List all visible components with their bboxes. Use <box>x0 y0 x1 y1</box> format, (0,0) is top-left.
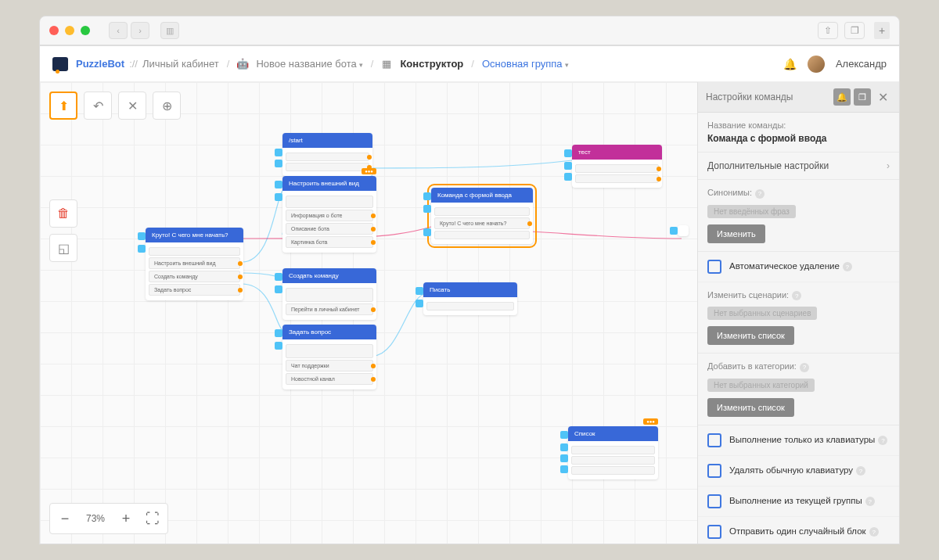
close-window-icon[interactable] <box>49 26 59 35</box>
help-icon[interactable]: ? <box>800 363 809 372</box>
new-tab-button[interactable]: + <box>874 22 890 39</box>
input-port-icon[interactable] <box>275 149 282 156</box>
forward-button[interactable]: › <box>131 22 149 39</box>
checkbox[interactable] <box>707 464 721 478</box>
node-row[interactable] <box>575 164 659 173</box>
input-port-icon[interactable] <box>275 181 282 188</box>
node-row[interactable] <box>286 344 373 358</box>
close-panel-button[interactable]: ✕ <box>874 88 891 106</box>
node-row[interactable] <box>575 174 659 183</box>
input-port-icon[interactable] <box>275 160 282 167</box>
focus-button[interactable]: ◱ <box>49 234 77 262</box>
input-port-icon[interactable] <box>275 273 282 281</box>
node-row[interactable] <box>571 446 655 454</box>
fullscreen-button[interactable]: ⛶ <box>141 507 164 530</box>
check-from-group[interactable]: Выполнение из текущей группы? <box>698 486 899 517</box>
input-port-icon[interactable] <box>560 465 568 473</box>
input-port-icon[interactable] <box>564 162 572 170</box>
input-port-icon[interactable] <box>275 285 282 293</box>
check-auto-delete[interactable]: Автоматическое удаление? <box>698 252 899 282</box>
crumb-group[interactable]: Основная группа▾ <box>482 58 569 70</box>
node-intro[interactable]: Круто! С чего мне начать? Настроить внеш… <box>146 228 243 300</box>
help-icon[interactable]: ? <box>878 436 887 445</box>
node-row[interactable] <box>426 302 514 311</box>
name-value[interactable]: Команда с формой ввода <box>707 133 890 144</box>
delete-button[interactable]: 🗑 <box>49 199 77 228</box>
node-row[interactable]: Картинка бота <box>286 236 373 248</box>
node-row[interactable] <box>286 196 373 208</box>
check-delete-keyboard[interactable]: Удалять обычную клавиатуру? <box>698 456 899 486</box>
back-button[interactable]: ‹ <box>109 22 128 39</box>
node-row[interactable]: Чат поддержки <box>286 360 373 372</box>
tabs-icon[interactable]: ❐ <box>844 22 865 39</box>
add-node-button[interactable]: ⊕ <box>153 92 181 120</box>
node-row[interactable]: Информация о боте <box>286 210 373 221</box>
node-row[interactable] <box>286 288 373 302</box>
input-port-icon[interactable] <box>416 300 423 307</box>
input-port-icon[interactable] <box>670 227 678 235</box>
node-row[interactable]: Настроить внешний вид <box>149 257 240 269</box>
node-test[interactable]: тест <box>572 145 662 188</box>
canvas[interactable]: ⬆ ↶ ✕ ⊕ 🗑 ◱ − 73% + ⛶ <box>40 82 697 544</box>
help-icon[interactable]: ? <box>843 262 852 271</box>
copy-icon[interactable]: ❐ <box>854 88 871 106</box>
checkbox[interactable] <box>707 494 721 508</box>
help-icon[interactable]: ? <box>792 291 801 300</box>
checkbox[interactable] <box>707 525 721 539</box>
help-icon[interactable]: ? <box>856 466 865 476</box>
input-port-icon[interactable] <box>138 232 146 240</box>
input-port-icon[interactable] <box>275 329 282 337</box>
sidebar-toggle-icon[interactable]: ▥ <box>160 22 179 39</box>
edit-categories-button[interactable]: Изменить список <box>707 398 794 417</box>
input-port-icon[interactable] <box>560 454 568 462</box>
input-port-icon[interactable] <box>564 173 572 181</box>
input-port-icon[interactable] <box>416 287 423 295</box>
help-icon[interactable]: ? <box>865 497 875 506</box>
crumb-botname[interactable]: Новое название бота▾ <box>256 58 362 70</box>
node-row[interactable] <box>286 163 369 171</box>
node-stub[interactable] <box>678 225 689 236</box>
undo-button[interactable]: ↶ <box>84 92 112 120</box>
node-row[interactable]: Создать команду <box>149 271 240 282</box>
input-port-icon[interactable] <box>275 342 282 350</box>
input-port-icon[interactable] <box>560 431 568 439</box>
node-row[interactable] <box>434 231 530 239</box>
avatar[interactable] <box>808 56 825 73</box>
notify-icon[interactable]: 🔔 <box>833 88 851 106</box>
minimize-window-icon[interactable] <box>65 26 74 35</box>
node-row[interactable]: Описание бота <box>286 223 373 235</box>
zoom-out-button[interactable]: − <box>53 507 77 530</box>
node-row[interactable] <box>571 456 655 465</box>
notifications-icon[interactable]: 🔔 <box>783 58 797 70</box>
node-row[interactable]: Круто! С чего мне начать? <box>434 217 530 229</box>
zoom-in-button[interactable]: + <box>114 507 138 530</box>
node-row[interactable] <box>149 247 240 256</box>
node-appearance[interactable]: ●●● Настроить внешний вид Информация о б… <box>282 176 376 253</box>
maximize-window-icon[interactable] <box>81 26 90 35</box>
node-row[interactable]: Перейти в личный кабинет <box>286 303 373 315</box>
node-create[interactable]: Создать команду Перейти в личный кабинет <box>282 268 376 320</box>
additional-settings-toggle[interactable]: Дополнительные настройки › <box>698 153 899 180</box>
checkbox[interactable] <box>707 433 721 447</box>
node-ask[interactable]: Задать вопрос Чат поддержки Новостной ка… <box>282 325 376 389</box>
node-list[interactable]: ●●● Список <box>568 426 658 479</box>
help-icon[interactable]: ? <box>755 189 765 199</box>
node-row[interactable] <box>286 153 369 161</box>
check-random-block[interactable]: Отправить один случайный блок? <box>698 517 899 544</box>
username[interactable]: Александр <box>836 58 887 70</box>
input-port-icon[interactable] <box>564 149 572 157</box>
crumb-constructor[interactable]: Конструктор <box>400 58 463 70</box>
node-row[interactable]: Новостной канал <box>286 373 373 385</box>
input-port-icon[interactable] <box>423 192 431 200</box>
node-row[interactable] <box>571 466 655 475</box>
node-form[interactable]: Команда с формой ввода Круто! С чего мне… <box>431 188 533 244</box>
input-port-icon[interactable] <box>138 245 146 253</box>
share-icon[interactable]: ⇧ <box>818 22 838 39</box>
input-port-icon[interactable] <box>423 205 431 213</box>
checkbox[interactable] <box>707 260 721 274</box>
edit-synonyms-button[interactable]: Изменить <box>707 224 765 243</box>
node-write[interactable]: Писать <box>423 282 517 315</box>
cancel-button[interactable]: ✕ <box>118 92 146 120</box>
node-row[interactable]: Задать вопрос <box>149 284 240 296</box>
help-icon[interactable]: ? <box>869 527 879 537</box>
